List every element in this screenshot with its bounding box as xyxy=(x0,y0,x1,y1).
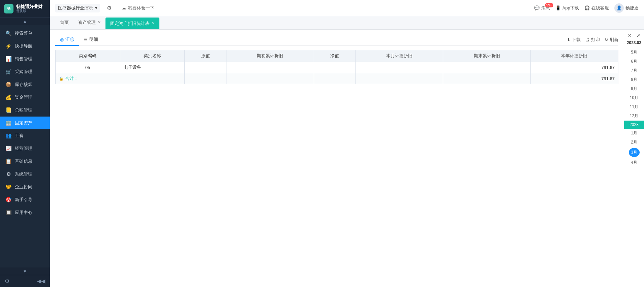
date-year-label[interactable]: 2023 xyxy=(624,121,644,129)
sidebar-scroll-down[interactable]: ▼ xyxy=(0,267,50,275)
user-name: 畅捷通 xyxy=(625,5,639,11)
content-area: ◎ 汇总 ☰ 明细 ⬇ 下载 🖨 打印 xyxy=(50,30,624,287)
nav-label-basic-info: 基础信息 xyxy=(15,158,32,164)
download-icon: ⬇ xyxy=(567,37,571,42)
print-button[interactable]: 🖨 打印 xyxy=(585,37,600,43)
table-total-row: 🔒合计： 791.67 xyxy=(56,73,618,84)
sidebar-item-sales[interactable]: 📊销售管理 xyxy=(0,53,50,65)
nav-icon-system: ⚙ xyxy=(5,171,11,177)
download-button[interactable]: ⬇ 下载 xyxy=(567,37,581,43)
date-panel-current: 2023.03 xyxy=(624,39,644,48)
cell-initial-accum xyxy=(226,62,314,73)
date-month-item[interactable]: 10月 xyxy=(624,93,644,102)
summary-label: 汇总 xyxy=(65,36,74,42)
main-area: 医疗器械行业演示 ▾ ⚙ ☁ 我要体验一下 💬 消息 99+ 📱 App下载 🎧… xyxy=(50,0,644,287)
nav-label-finance: 资金管理 xyxy=(15,94,32,100)
col-header-original: 原值 xyxy=(185,50,226,62)
sidebar-item-system[interactable]: ⚙系统管理 xyxy=(0,168,50,181)
sidebar-item-operations[interactable]: 📈经营管理 xyxy=(0,142,50,155)
col-header-code: 类别编码 xyxy=(56,50,120,62)
tab-home-label: 首页 xyxy=(60,20,69,26)
total-original xyxy=(185,73,226,84)
detail-label: 明细 xyxy=(89,36,98,42)
sidebar-item-fixed-assets[interactable]: 🏢固定资产 xyxy=(0,117,50,129)
date-month-item[interactable]: 11月 xyxy=(624,102,644,111)
customer-service-label: 在线客服 xyxy=(591,5,609,11)
tab-asset-mgmt-close[interactable]: ✕ xyxy=(98,20,101,25)
sidebar-item-quick-nav[interactable]: ⚡快捷导航 xyxy=(0,40,50,53)
company-selector[interactable]: 医疗器械行业演示 ▾ xyxy=(55,4,100,12)
sidebar-item-purchase[interactable]: 🛒采购管理 xyxy=(0,65,50,78)
total-label: 🔒合计： xyxy=(56,73,185,84)
app-title: 畅捷通好业财 xyxy=(16,4,42,9)
tab-depreciation-report[interactable]: 固定资产折旧统计表 ✕ xyxy=(105,18,159,29)
sidebar-item-ledger[interactable]: 📒总账管理 xyxy=(0,104,50,117)
nav-label-app-center: 应用中心 xyxy=(15,210,32,216)
sidebar-item-basic-info[interactable]: 📋基础信息 xyxy=(0,155,50,168)
settings-icon[interactable]: ⚙ xyxy=(5,278,9,284)
date-month-item[interactable]: 4月 xyxy=(624,158,644,167)
nav-label-quick-nav: 快捷导航 xyxy=(15,43,32,49)
date-panel: ✕ ⤢ 2023.03 5月6月7月8月9月10月11月12月20231月2月3… xyxy=(624,30,644,287)
tab-home[interactable]: 首页 xyxy=(55,16,73,29)
nav-icon-ledger: 📒 xyxy=(5,107,11,113)
nav-icon-cooperation: 🤝 xyxy=(5,184,11,190)
collapse-sidebar-icon[interactable]: ◀◀ xyxy=(37,278,45,284)
user-profile[interactable]: 👤 畅捷通 xyxy=(614,3,639,13)
nav-label-cooperation: 企业协同 xyxy=(15,184,32,190)
tab-depreciation-label: 固定资产折旧统计表 xyxy=(110,21,150,27)
logo-icon: 畅 xyxy=(4,4,13,13)
date-month-item[interactable]: 8月 xyxy=(624,75,644,84)
tab-depreciation-close[interactable]: ✕ xyxy=(152,21,155,26)
close-date-panel-button[interactable]: ✕ xyxy=(626,32,634,39)
tab-summary[interactable]: ◎ 汇总 xyxy=(55,34,79,46)
date-month-item[interactable]: 2月 xyxy=(624,138,644,147)
customer-service-button[interactable]: 🎧 在线客服 xyxy=(584,5,609,11)
sidebar-scroll-up[interactable]: ▲ xyxy=(0,18,50,25)
depreciation-table: 类别编码 类别名称 原值 期初累计折旧 净值 本月计提折旧 期末累计折旧 本年计… xyxy=(55,50,618,84)
sidebar-item-finance[interactable]: 💰资金管理 xyxy=(0,91,50,104)
col-header-initial-accum: 期初累计折旧 xyxy=(226,50,314,62)
app-download-button[interactable]: 📱 App下载 xyxy=(555,5,579,11)
sidebar-item-inventory[interactable]: 📦库存核算 xyxy=(0,78,50,91)
date-month-item[interactable]: 6月 xyxy=(624,57,644,66)
nav-label-ledger: 总账管理 xyxy=(15,107,32,113)
cell-net xyxy=(314,62,355,73)
sidebar-item-search[interactable]: 🔍搜索菜单 xyxy=(0,27,50,40)
expand-date-panel-button[interactable]: ⤢ xyxy=(635,32,642,39)
avatar: 👤 xyxy=(614,3,624,13)
header-settings-button[interactable]: ⚙ xyxy=(104,3,114,13)
col-header-period-accum: 期末累计折旧 xyxy=(443,50,531,62)
nav-label-payroll: 工资 xyxy=(15,133,24,139)
sidebar-item-guide[interactable]: 🎯新手引导 xyxy=(0,193,50,206)
sidebar-item-cooperation[interactable]: 🤝企业协同 xyxy=(0,181,50,193)
date-month-item[interactable]: 7月 xyxy=(624,66,644,75)
date-month-item[interactable]: 5月 xyxy=(624,48,644,57)
tab-asset-mgmt[interactable]: 资产管理 ✕ xyxy=(73,16,105,29)
nav-icon-search: 🔍 xyxy=(5,30,11,36)
date-month-item[interactable]: 12月 xyxy=(624,111,644,121)
tab-detail[interactable]: ☰ 明细 xyxy=(79,34,103,46)
nav-label-guide: 新手引导 xyxy=(15,197,32,203)
experience-label: 我要体验一下 xyxy=(128,5,154,11)
message-icon: 💬 xyxy=(534,5,540,10)
tab-asset-mgmt-label: 资产管理 xyxy=(78,20,96,26)
print-label: 打印 xyxy=(591,37,600,43)
total-net xyxy=(314,73,355,84)
sidebar-item-app-center[interactable]: 🔲应用中心 xyxy=(0,206,50,219)
col-header-name: 类别名称 xyxy=(120,50,185,62)
date-month-item[interactable]: 9月 xyxy=(624,84,644,93)
app-subtitle: 普及版 xyxy=(16,9,42,13)
nav-label-fixed-assets: 固定资产 xyxy=(15,120,32,126)
date-month-item[interactable]: 3月 xyxy=(629,148,640,157)
nav-label-purchase: 采购管理 xyxy=(15,69,32,75)
date-month-item[interactable]: 1月 xyxy=(624,129,644,138)
table-container: 类别编码 类别名称 原值 期初累计折旧 净值 本月计提折旧 期末累计折旧 本年计… xyxy=(55,50,618,84)
total-period-accum xyxy=(443,73,531,84)
refresh-button[interactable]: ↻ 刷新 xyxy=(605,37,618,43)
experience-button[interactable]: ☁ 我要体验一下 xyxy=(118,4,158,12)
total-initial-accum xyxy=(226,73,314,84)
sidebar-item-payroll[interactable]: 👥工资 xyxy=(0,129,50,142)
message-button[interactable]: 💬 消息 99+ xyxy=(534,5,550,11)
total-monthly-dep xyxy=(356,73,443,84)
